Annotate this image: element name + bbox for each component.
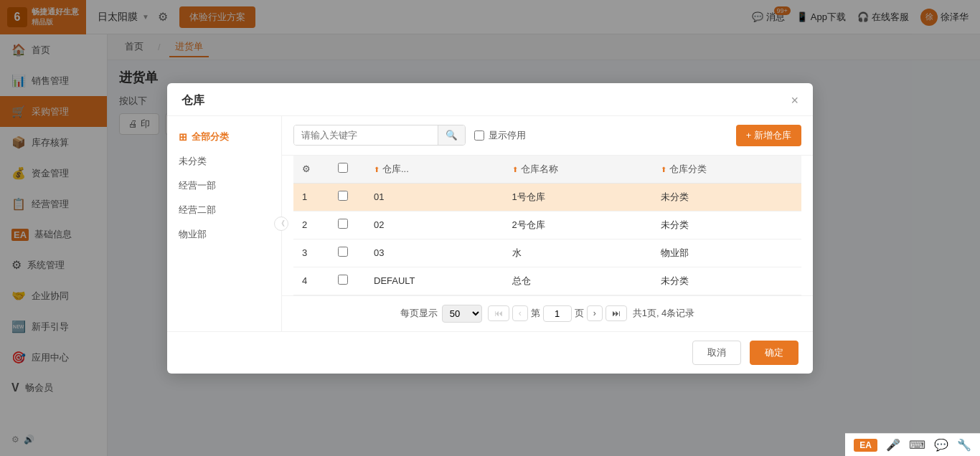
table-row[interactable]: 3 03 水 物业部 (293, 239, 801, 267)
grid-icon: ⊞ (179, 131, 187, 143)
row-name: 总仓 (504, 267, 653, 295)
per-page-select[interactable]: 50 100 200 (442, 305, 482, 323)
row-checkbox-cell (329, 211, 365, 239)
row-checkbox[interactable] (338, 247, 348, 257)
row-checkbox-cell (329, 267, 365, 295)
row-code: DEFAULT (365, 267, 504, 295)
col-warehouse-category: ⬆仓库分类 (652, 156, 801, 184)
keyboard-icon[interactable]: ⌨ (909, 438, 925, 452)
row-index: 1 (293, 183, 329, 211)
right-panel: 🔍 显示停用 + 新增仓库 ⚙ (282, 116, 813, 331)
row-code: 03 (365, 239, 504, 267)
row-category: 未分类 (652, 211, 801, 239)
category-item-unclassified[interactable]: 未分类 (167, 149, 281, 174)
table-row[interactable]: 4 DEFAULT 总仓 未分类 (293, 267, 801, 295)
search-button[interactable]: 🔍 (438, 125, 465, 145)
col-warehouse-code: ⬆仓库... (365, 156, 504, 184)
dialog-close-button[interactable]: × (791, 93, 798, 108)
total-info: 共1页, 4条记录 (633, 307, 695, 320)
show-disabled-checkbox[interactable] (474, 130, 484, 141)
warehouse-dialog: 仓库 × ⊞ 全部分类 未分类 经营一部 经营二部 物业部 《 (167, 83, 813, 374)
mic-icon[interactable]: 🎤 (886, 438, 900, 452)
dialog-footer: 取消 确定 (167, 331, 813, 374)
search-bar: 🔍 显示停用 + 新增仓库 (282, 116, 813, 156)
dialog-body: ⊞ 全部分类 未分类 经营一部 经营二部 物业部 《 🔍 (167, 116, 813, 331)
confirm-button[interactable]: 确定 (750, 341, 798, 365)
cancel-button[interactable]: 取消 (692, 341, 741, 365)
prev-page-button[interactable]: ‹ (512, 305, 528, 321)
row-index: 4 (293, 267, 329, 295)
sort-icon-cat: ⬆ (661, 166, 666, 174)
sort-icon: ⬆ (374, 166, 380, 174)
chat-icon[interactable]: 💬 (934, 438, 948, 452)
col-settings: ⚙ (293, 156, 329, 184)
modal-overlay[interactable]: 仓库 × ⊞ 全部分类 未分类 经营一部 经营二部 物业部 《 (0, 0, 980, 456)
settings2-icon[interactable]: 🔧 (957, 438, 971, 452)
warehouse-table: ⚙ ⬆仓库... ⬆仓库名称 (293, 156, 801, 295)
search-input-wrap: 🔍 (293, 125, 466, 146)
new-warehouse-button[interactable]: + 新增仓库 (736, 125, 801, 146)
category-all[interactable]: ⊞ 全部分类 (167, 125, 281, 149)
row-checkbox-cell (329, 239, 365, 267)
categories-panel: ⊞ 全部分类 未分类 经营一部 经营二部 物业部 《 (167, 116, 282, 331)
table-row[interactable]: 1 01 1号仓库 未分类 (293, 183, 801, 211)
row-category: 物业部 (652, 239, 801, 267)
row-category: 未分类 (652, 267, 801, 295)
col-settings-icon[interactable]: ⚙ (302, 163, 311, 174)
col-checkbox (329, 156, 365, 184)
per-page-control: 每页显示 50 100 200 (400, 305, 482, 323)
first-page-button[interactable]: ⏮ (488, 305, 509, 321)
row-index: 2 (293, 211, 329, 239)
dialog-header: 仓库 × (167, 83, 813, 116)
next-page-button[interactable]: › (587, 305, 603, 321)
category-item-ops2[interactable]: 经营二部 (167, 198, 281, 222)
last-page-button[interactable]: ⏭ (606, 305, 627, 321)
pagination: 每页显示 50 100 200 ⏮ ‹ 第 页 › (282, 295, 813, 331)
row-checkbox[interactable] (338, 275, 348, 285)
select-all-checkbox[interactable] (338, 163, 348, 173)
row-index: 3 (293, 239, 329, 267)
category-item-property[interactable]: 物业部 (167, 222, 281, 247)
row-name: 2号仓库 (504, 211, 653, 239)
page-number-input[interactable] (543, 305, 572, 322)
category-item-ops1[interactable]: 经营一部 (167, 174, 281, 198)
row-name: 1号仓库 (504, 183, 653, 211)
row-checkbox[interactable] (338, 219, 348, 229)
search-input[interactable] (294, 125, 438, 145)
dialog-title: 仓库 (182, 93, 204, 108)
row-code: 02 (365, 211, 504, 239)
warehouse-table-wrap: ⚙ ⬆仓库... ⬆仓库名称 (282, 156, 813, 295)
page-navigation: ⏮ ‹ 第 页 › ⏭ (488, 305, 627, 322)
bottom-status-bar: EA 🎤 ⌨ 💬 🔧 (845, 433, 980, 456)
show-disabled-label[interactable]: 显示停用 (474, 129, 526, 142)
col-warehouse-name: ⬆仓库名称 (504, 156, 653, 184)
table-row[interactable]: 2 02 2号仓库 未分类 (293, 211, 801, 239)
sort-icon-name: ⬆ (512, 166, 518, 174)
ea-badge: EA (854, 439, 877, 452)
row-checkbox[interactable] (338, 191, 348, 201)
row-category: 未分类 (652, 183, 801, 211)
row-name: 水 (504, 239, 653, 267)
collapse-panel-button[interactable]: 《 (274, 217, 288, 231)
row-checkbox-cell (329, 183, 365, 211)
row-code: 01 (365, 183, 504, 211)
